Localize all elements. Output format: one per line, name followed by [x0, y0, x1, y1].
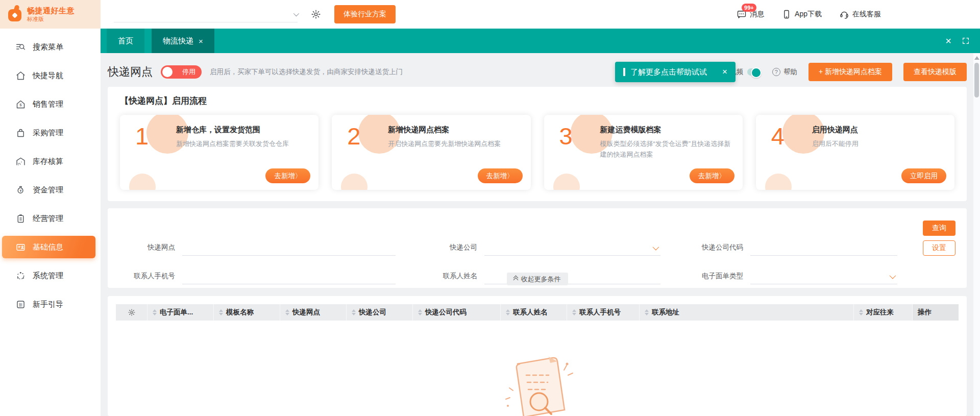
phone-icon	[781, 9, 792, 19]
sidebar-item-operations[interactable]: 经营管理	[0, 207, 101, 230]
filter-label-waybill-type: 电子面单类型	[687, 272, 743, 284]
column-header-express-site[interactable]: 快递网点	[280, 304, 347, 321]
sort-icon[interactable]	[506, 309, 510, 315]
step-title: 新增快递网点档案	[388, 125, 521, 135]
gear-icon[interactable]	[311, 9, 321, 19]
sort-icon[interactable]	[219, 309, 223, 315]
sort-icon[interactable]	[859, 309, 863, 315]
expand-icon[interactable]	[962, 37, 970, 45]
waybill-type-select[interactable]	[750, 269, 897, 284]
sidebar-item-inventory[interactable]: 库存核算	[0, 150, 101, 173]
column-header-template-name[interactable]: 模板名称	[214, 304, 280, 321]
sidebar-item-sales[interactable]: $ 销售管理	[0, 93, 101, 115]
sort-icon[interactable]	[645, 309, 649, 315]
tab-logistics-express[interactable]: 物流快递 ×	[152, 29, 214, 53]
column-header-contact-name[interactable]: 联系人姓名	[501, 304, 567, 321]
go-add-button[interactable]: 去新增〉	[265, 168, 310, 183]
headset-icon	[839, 9, 849, 19]
express-site-input[interactable]	[182, 240, 396, 256]
collapse-more-filters-button[interactable]: 收起更多条件	[507, 273, 568, 285]
shopping-bag-icon	[15, 128, 26, 138]
step-description: 开启快递网点需要先新增快递网点档案	[388, 139, 521, 150]
banner-close-icon[interactable]: ×	[722, 67, 727, 77]
go-add-button[interactable]: 去新增〉	[478, 168, 523, 183]
sort-icon[interactable]	[352, 309, 356, 315]
query-button[interactable]: 查询	[923, 221, 955, 236]
company-code-input[interactable]	[750, 240, 897, 256]
global-search-input[interactable]	[114, 10, 293, 18]
global-search[interactable]	[114, 6, 298, 22]
column-header-contact-address[interactable]: 联系地址	[640, 304, 854, 321]
sidebar-item-system[interactable]: 系统管理	[0, 264, 101, 287]
column-header-actions: 操作	[913, 304, 959, 321]
sidebar-item-basic-info[interactable]: 基础信息	[2, 236, 95, 258]
add-express-site-button[interactable]: + 新增快递网点档案	[808, 63, 892, 81]
step-description: 模版类型必须选择“发货仓运费”且快递选择新建的快递网点档案	[600, 139, 733, 160]
column-header-contact-phone[interactable]: 联系人手机号	[567, 304, 640, 321]
sidebar-item-label: 系统管理	[33, 271, 63, 281]
page-header: 快递网点 停用 启用后，买家下单可以选择快递发货，由商家安排快递送货上门 了解更…	[108, 57, 967, 87]
enable-flow-panel: 【快递网点】启用流程 1 新增仓库，设置发货范围 新增快递网点档案需要关联发货仓…	[108, 87, 967, 201]
brand-block: 畅捷通好生意 标准版	[0, 0, 101, 29]
page-title: 快递网点	[108, 64, 153, 80]
column-settings-button[interactable]	[116, 304, 148, 321]
scroll-up-arrow[interactable]	[974, 56, 979, 60]
sort-icon[interactable]	[418, 309, 422, 315]
sort-icon[interactable]	[153, 309, 157, 315]
close-all-tabs-icon[interactable]: ×	[945, 36, 951, 46]
help-tooltip-banner: 了解更多点击帮助试试 ×	[615, 62, 736, 82]
table-header-row: 电子面单... 模板名称 快递网点 快递公司	[116, 304, 959, 321]
double-chevron-up-icon	[514, 276, 518, 282]
search-menu-icon	[15, 42, 26, 53]
column-header-company-code[interactable]: 快递公司代码	[413, 304, 501, 321]
toggle-knob	[162, 67, 173, 77]
help-button[interactable]: ? 帮助	[772, 67, 797, 77]
question-icon: ?	[772, 68, 780, 76]
sort-icon[interactable]	[285, 309, 289, 315]
app-download-label: App下载	[795, 10, 822, 19]
column-header-waybill-type[interactable]: 电子面单...	[148, 304, 214, 321]
column-header-express-company[interactable]: 快递公司	[347, 304, 413, 321]
sidebar-item-new-guide[interactable]: 新 新手引导	[0, 293, 101, 315]
sales-house-dollar-icon: $	[15, 99, 26, 110]
step-number: 4	[771, 122, 785, 150]
filter-label-contact-name: 联系人姓名	[431, 272, 477, 284]
sidebar-item-quick-nav[interactable]: 快捷导航	[0, 64, 101, 87]
video-switch[interactable]	[747, 68, 761, 76]
messages-button[interactable]: 99+ 消息	[737, 9, 764, 19]
flow-title: 【快递网点】启用流程	[120, 95, 954, 107]
svg-text:¥: ¥	[20, 189, 22, 192]
sort-icon[interactable]	[572, 309, 576, 315]
column-header-related-party[interactable]: 对应往来	[854, 304, 913, 321]
express-company-select[interactable]	[484, 240, 660, 256]
brand-logo-icon	[7, 6, 22, 22]
app-download-button[interactable]: App下载	[781, 9, 822, 19]
tab-close-icon[interactable]: ×	[199, 37, 203, 45]
step-number: 3	[559, 122, 573, 150]
results-table-panel: 电子面单... 模板名称 快递网点 快递公司	[108, 296, 967, 416]
chevron-down-icon	[890, 273, 896, 279]
go-add-button[interactable]: 去新增〉	[690, 168, 734, 183]
sidebar-item-funds[interactable]: ¥ 资金管理	[0, 179, 101, 201]
online-service-label: 在线客服	[852, 10, 881, 19]
settings-button[interactable]: 设置	[923, 240, 955, 256]
enable-toggle[interactable]: 停用	[161, 65, 202, 79]
filter-label-express-site: 快递网点	[108, 243, 175, 256]
scrollbar-thumb[interactable]	[974, 63, 979, 97]
top-bar: 畅捷通好生意 标准版 体验行业方案 99+ 消息	[0, 0, 980, 29]
sidebar-item-search-menu[interactable]: 搜索菜单	[0, 36, 101, 58]
view-express-template-button[interactable]: 查看快递模版	[903, 63, 967, 81]
toggle-label: 停用	[182, 67, 195, 77]
page-description: 启用后，买家下单可以选择快递发货，由商家安排快递送货上门	[210, 67, 403, 77]
experience-solution-button[interactable]: 体验行业方案	[334, 5, 396, 23]
tab-home[interactable]: 首页	[107, 29, 144, 53]
sidebar-item-label: 资金管理	[33, 185, 63, 195]
sidebar-item-label: 新手引导	[33, 300, 63, 309]
contact-phone-input[interactable]	[182, 269, 396, 284]
online-service-button[interactable]: 在线客服	[839, 9, 881, 19]
filter-panel: 快递网点 快递公司 快递公司代码 查询 设	[108, 208, 967, 288]
enable-now-button[interactable]: 立即启用	[901, 168, 946, 183]
sidebar-item-purchase[interactable]: 采购管理	[0, 121, 101, 144]
vertical-scrollbar[interactable]	[973, 53, 980, 416]
chevron-down-icon[interactable]	[293, 10, 299, 16]
